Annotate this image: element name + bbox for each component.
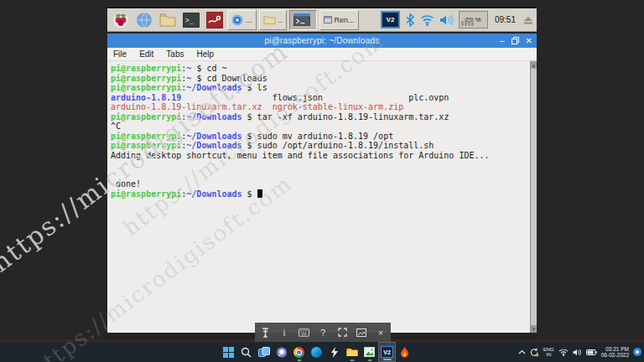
tray-wifi-icon[interactable] [558,349,569,356]
window-controls: – ✕ [500,34,532,48]
raspberry-menu-icon[interactable] [110,10,131,30]
pi-taskbar: >_ ... [107,7,537,32]
terminal-cursor [257,189,262,198]
terminal-output: pi@raspberrypi:~ $ cd ~pi@raspberrypi:~ … [107,61,537,199]
active-indicator [383,359,392,360]
fullscreen-icon[interactable] [337,327,348,338]
pi-tray: V2 29 % 09:51 [381,11,534,28]
running-indicator [350,359,354,361]
terminal-window: pi@raspberrypi: ~/Downloads – ✕ FileEdit… [107,34,537,333]
terminal-line: arduino-1.8.19-linuxarm.tar.xz ngrok-sta… [111,102,528,112]
globe-icon [136,12,153,28]
menu-item-help[interactable]: Help [196,49,214,59]
taskbar-button-renamer[interactable]: Ren... [319,10,359,30]
minimize-button[interactable]: – [500,36,505,45]
file-manager-icon[interactable] [157,10,178,30]
terminal-line: pi@raspberrypi:~/Downloads $ sudo mv ard… [111,132,528,142]
taskbar-button-chromium[interactable]: ... [227,10,257,30]
task-view-button[interactable] [255,342,273,362]
language-indicator[interactable]: ENG IN [543,347,554,358]
virtual-keyboard-icon[interactable] [299,327,309,338]
taskbar-button-file-manager[interactable]: .. [259,10,287,30]
eject-icon[interactable] [522,15,534,25]
taskbar-tray: ENG IN 03:21 PM 06-02-2022 [518,342,641,362]
taskbar-button-terminal[interactable] [289,10,317,30]
terminal-launcher-icon[interactable]: >_ [180,10,201,30]
tray-date-label: 06-02-2022 [601,352,629,359]
notification-center-icon[interactable] [633,348,641,356]
language-line2: IN [546,352,551,358]
terminal-line: done! [111,179,528,189]
pi-desktop: >_ ... [107,7,537,341]
red-app-icon[interactable] [204,10,225,30]
hidden-icons-chevron[interactable] [518,349,526,354]
taskbar-button-label: .. [278,16,283,24]
desktop-background: >_ ... [0,0,644,362]
close-button[interactable]: ✕ [526,36,532,45]
search-button[interactable] [237,342,255,362]
cpu-graph-bars [461,18,474,26]
flame-app-icon[interactable] [396,342,413,362]
wire-app-icon [206,12,223,28]
edge-icon[interactable] [308,342,325,362]
tray-time-label: 03:21 PM [605,346,629,353]
menu-item-tabs[interactable]: Tabs [166,49,184,59]
terminal-menubar: FileEditTabsHelp [107,48,537,61]
pi-clock[interactable]: 09:51 [493,15,517,24]
photos-app-icon[interactable] [361,342,378,362]
terminal-line: pi@raspberrypi:~/Downloads $ [111,189,528,199]
running-indicator [297,359,301,361]
chrome-icon[interactable] [290,342,308,362]
terminal-window-icon [293,13,310,26]
help-icon[interactable]: ? [318,327,329,338]
folder-window-icon [263,14,276,25]
cpu-usage-monitor[interactable]: 29 % [459,11,488,28]
close-toolbar-icon[interactable]: × [376,327,387,338]
update-sync-icon[interactable] [530,348,539,357]
clock-date[interactable]: 03:21 PM 06-02-2022 [601,346,629,359]
windows-taskbar: V2 ENG IN [0,342,644,362]
terminal-icon: >_ [183,13,200,28]
terminal-line: pi@raspberrypi:~/Downloads $ tar -xf ard… [111,112,528,122]
terminal-line [111,170,528,180]
terminal-line: arduino-1.8.19 flows.json plc.ovpn [111,93,528,103]
taskbar-button-label: Ren... [335,16,355,24]
running-indicator [367,359,371,361]
terminal-body[interactable]: pi@raspberrypi:~ $ cd ~pi@raspberrypi:~ … [107,61,537,333]
terminal-line: pi@raspberrypi:~ $ cd Downloads [111,74,528,84]
terminal-line: pi@raspberrypi:~/Downloads $ ls [111,83,528,93]
svg-text:>_: >_ [185,17,194,24]
window-title: pi@raspberrypi: ~/Downloads [107,36,537,45]
scroll-down-arrow[interactable]: ▼ [531,325,537,333]
taskbar-button-label: ... [246,16,252,24]
tray-battery-icon[interactable] [586,349,597,356]
menu-item-file[interactable]: File [113,49,127,59]
wifi-icon[interactable] [420,14,434,26]
bluetooth-icon[interactable] [405,13,415,27]
taskbar-center-icons: V2 [220,342,413,362]
tray-volume-icon[interactable] [573,349,582,356]
terminal-line [111,160,528,170]
info-icon[interactable]: i [279,327,290,338]
menu-item-edit[interactable]: Edit [139,49,153,59]
scroll-up-arrow[interactable]: ▲ [531,61,537,69]
vnc-server-icon[interactable]: V2 [381,11,400,28]
terminal-line: pi@raspberrypi:~/Downloads $ sudo /opt/a… [111,141,528,151]
file-explorer-icon[interactable] [343,342,361,362]
terminal-line: pi@raspberrypi:~ $ cd ~ [111,64,528,74]
chat-button[interactable] [273,342,290,362]
terminal-titlebar[interactable]: pi@raspberrypi: ~/Downloads – ✕ [107,34,537,48]
pin-toolbar-icon[interactable] [260,327,271,338]
lightning-app-icon[interactable] [325,342,343,362]
raspberry-logo-icon [112,12,129,28]
screenshot-icon[interactable] [356,327,367,338]
maximize-button[interactable] [512,37,519,44]
vnc-viewer-icon[interactable]: V2 [378,342,396,362]
volume-icon[interactable] [439,14,454,26]
terminal-line: Adding desktop shortcut, menu item and f… [111,151,528,161]
start-button[interactable] [220,342,237,362]
terminal-scrollbar[interactable]: ▲ ▼ [530,61,537,333]
vnc-toolbar: i ? × [255,323,391,342]
web-browser-icon[interactable] [133,10,154,30]
scrollbar-thumb[interactable] [531,69,537,325]
